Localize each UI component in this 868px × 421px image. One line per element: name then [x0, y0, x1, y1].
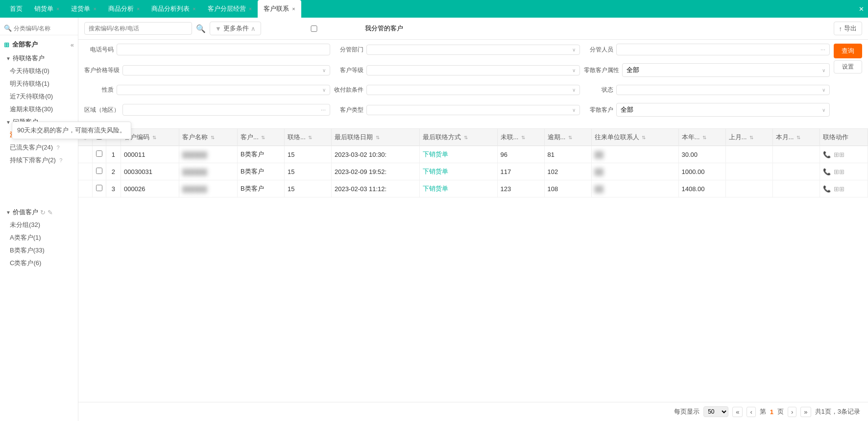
sidebar-item-a-class[interactable]: A类客户(1) — [0, 231, 78, 244]
row-settings-0 — [78, 146, 92, 163]
row-date-1: 2023-02-09 19:52: — [331, 163, 419, 180]
col-overdue[interactable]: 逾期... ⇅ — [544, 129, 591, 146]
payment-field: 收付款条件 ∨ — [334, 85, 580, 95]
nature-select[interactable]: ∨ — [117, 85, 330, 95]
edit-icon[interactable]: ✎ — [48, 209, 53, 216]
search-input[interactable] — [84, 22, 192, 35]
sidebar-all-customers[interactable]: ⊞ 全部客户 « — [0, 37, 78, 52]
sort-uncontact-icon: ⇅ — [521, 135, 525, 140]
col-last-method[interactable]: 最后联络方式 ⇅ — [420, 129, 497, 146]
filter-action-buttons: 查询 设置 — [834, 44, 862, 74]
sidebar-item-c-class[interactable]: C类客户(6) — [0, 257, 78, 270]
row-check-2[interactable] — [96, 185, 102, 191]
per-page-select[interactable]: 50 100 — [703, 406, 728, 417]
row-action-0[interactable]: 📞 ⊞⊞ — [820, 146, 868, 163]
sidebar-item-declining[interactable]: 持续下滑客户(2) ? — [0, 154, 78, 167]
row-check-0[interactable] — [96, 150, 102, 157]
dept-select[interactable]: ∨ — [366, 45, 580, 55]
sidebar-item-unclassified[interactable]: 未分组(32) — [0, 219, 78, 231]
close-all-button[interactable]: ✕ — [859, 4, 864, 13]
price-grade-select[interactable]: ∨ — [122, 65, 330, 75]
region-field: 区域（地区） ··· — [84, 104, 330, 116]
nav-item-product-list[interactable]: 商品分析列表 × — [145, 0, 201, 18]
phone-input[interactable] — [117, 44, 330, 55]
action-phone-icon[interactable]: 📞 — [823, 185, 831, 193]
my-customers-checkbox[interactable] — [265, 25, 363, 32]
sort-grade-icon: ⇅ — [261, 135, 265, 140]
nav-item-customer-contact[interactable]: 客户联系 × — [258, 0, 301, 18]
settings-button[interactable]: 设置 — [834, 60, 862, 74]
row-method-2[interactable]: 下销货单 — [420, 180, 497, 198]
row-action-2[interactable]: 📞 ⊞⊞ — [820, 180, 868, 198]
section-value-customers[interactable]: ▼ 价值客户 ↻ ✎ — [0, 206, 78, 219]
col-last-month[interactable]: 上月... ⇅ — [725, 129, 772, 146]
col-contact-count[interactable]: 联络... ⇅ — [284, 129, 331, 146]
search-icon[interactable]: 🔍 — [196, 24, 206, 33]
action-phone-icon[interactable]: 📞 — [823, 151, 831, 158]
close-product-list-icon[interactable]: × — [193, 6, 195, 12]
query-button[interactable]: 查询 — [834, 44, 862, 58]
my-customers-checkbox-label[interactable]: 我分管的客户 — [265, 24, 403, 33]
refresh-icon[interactable]: ↻ — [40, 209, 46, 216]
row-overdue-1: 102 — [544, 163, 591, 180]
nav-item-sales[interactable]: 销货单 × — [28, 0, 65, 18]
action-phone-icon[interactable]: 📞 — [823, 168, 831, 175]
col-uncontacted[interactable]: 未联... ⇅ — [497, 129, 544, 146]
col-last-date[interactable]: 最后联络日期 ⇅ — [331, 129, 419, 146]
churn-tooltip: 90天未交易的客户，可能有流失风险。 — [12, 122, 78, 139]
region-dots[interactable]: ··· — [122, 104, 330, 116]
retail-attr-select[interactable]: 全部 ∨ — [622, 63, 830, 77]
col-this-month[interactable]: 本月... ⇅ — [772, 129, 820, 146]
row-grade-2: B类客户 — [237, 180, 284, 198]
sidebar-item-today-pending[interactable]: 今天待联络(0) — [0, 65, 78, 77]
row-action-1[interactable]: 📞 ⊞⊞ — [820, 163, 868, 180]
col-year-amount[interactable]: 本年... ⇅ — [678, 129, 725, 146]
action-more-icon[interactable]: ⊞⊞ — [834, 185, 844, 193]
row-contact-2: 15 — [284, 180, 331, 198]
table-row: 2 00030031 ██████ B类客户 15 2023-02-09 19:… — [78, 163, 868, 180]
first-page-button[interactable]: « — [732, 407, 743, 417]
customer-grade-select[interactable]: ∨ — [366, 65, 580, 75]
section-pending-contact[interactable]: ▼ 待联络客户 — [0, 52, 78, 65]
row-checkbox-1 — [92, 163, 106, 180]
retail-customer-select[interactable]: 全部 ∨ — [616, 103, 830, 117]
sort-method-icon: ⇅ — [464, 135, 468, 140]
action-more-icon[interactable]: ⊞⊞ — [834, 168, 844, 175]
nav-item-home[interactable]: 首页 — [4, 0, 28, 18]
export-button[interactable]: ↑ 导出 — [834, 22, 863, 35]
sidebar-item-overdue-contact[interactable]: 逾期未联络(30) — [0, 103, 78, 116]
close-customer-contact-icon[interactable]: × — [292, 6, 295, 12]
next-page-button[interactable]: › — [788, 407, 796, 417]
nav-item-purchase[interactable]: 进货单 × — [65, 0, 102, 18]
col-contact-person[interactable]: 往来单位联系人 ⇅ — [591, 129, 678, 146]
col-name[interactable]: 客户名称 ⇅ — [179, 129, 238, 146]
filter-row-1: 电话号码 分管部门 ∨ 分管人员 ··· — [84, 44, 830, 55]
close-sales-icon[interactable]: × — [56, 6, 59, 12]
row-check-1[interactable] — [96, 168, 102, 174]
row-method-1[interactable]: 下销货单 — [420, 163, 497, 180]
sidebar-item-tomorrow-pending[interactable]: 明天待联络(1) — [0, 77, 78, 90]
action-more-icon[interactable]: ⊞⊞ — [834, 151, 844, 158]
nav-item-product-analysis[interactable]: 商品分析 × — [102, 0, 145, 18]
close-product-analysis-icon[interactable]: × — [137, 6, 140, 12]
sidebar-item-b-class[interactable]: B类客户(33) — [0, 244, 78, 257]
filter-row-2: 客户价格等级 ∨ 客户等级 ∨ — [84, 63, 830, 77]
payment-select[interactable]: ∨ — [366, 85, 580, 95]
close-customer-tier-icon[interactable]: × — [249, 6, 252, 12]
sidebar-item-churned[interactable]: 已流失客户(24) ? — [0, 141, 78, 154]
col-grade[interactable]: 客户... ⇅ — [237, 129, 284, 146]
sidebar-item-7days-pending[interactable]: 近7天待联络(0) — [0, 90, 78, 103]
customer-type-select[interactable]: ∨ — [366, 105, 580, 115]
status-select[interactable]: ∨ — [616, 85, 830, 95]
row-grade-1: B类客户 — [237, 163, 284, 180]
last-page-button[interactable]: » — [800, 407, 811, 417]
close-purchase-icon[interactable]: × — [93, 6, 96, 12]
row-lmonth-2 — [725, 180, 772, 198]
row-method-0[interactable]: 下销货单 — [420, 146, 497, 163]
more-conditions-button[interactable]: ▼ 更多条件 ∧ — [210, 22, 261, 35]
prev-page-button[interactable]: ‹ — [747, 407, 755, 417]
row-uncontacted-2: 123 — [497, 180, 544, 198]
manager-dots[interactable]: ··· — [616, 44, 830, 55]
sidebar-search-input[interactable] — [14, 25, 74, 32]
nav-item-customer-tier[interactable]: 客户分层经营 × — [202, 0, 258, 18]
